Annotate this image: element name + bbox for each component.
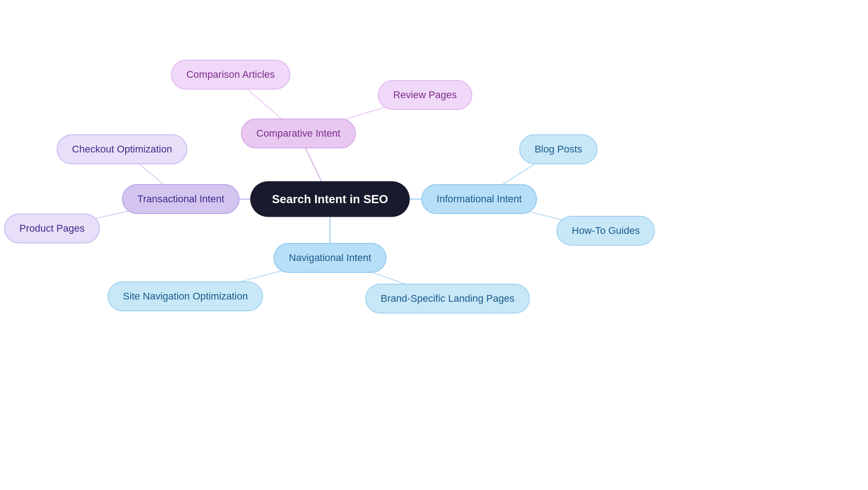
- comparison-articles-label: Comparison Articles: [186, 69, 275, 81]
- review-pages-label: Review Pages: [393, 89, 457, 101]
- navigational-label: Navigational Intent: [289, 252, 371, 264]
- site-nav-node: Site Navigation Optimization: [108, 281, 263, 311]
- brand-landing-label: Brand-Specific Landing Pages: [381, 293, 514, 304]
- informational-node: Informational Intent: [421, 184, 537, 214]
- howto-guides-label: How-To Guides: [572, 225, 640, 237]
- review-pages-node: Review Pages: [378, 80, 472, 110]
- site-nav-label: Site Navigation Optimization: [123, 290, 248, 302]
- howto-guides-node: How-To Guides: [557, 216, 655, 246]
- informational-label: Informational Intent: [437, 193, 522, 205]
- product-label: Product Pages: [19, 223, 85, 234]
- brand-landing-node: Brand-Specific Landing Pages: [365, 284, 530, 314]
- blog-posts-node: Blog Posts: [519, 134, 597, 164]
- checkout-node: Checkout Optimization: [57, 134, 187, 164]
- blog-posts-label: Blog Posts: [534, 143, 582, 155]
- comparison-articles-node: Comparison Articles: [171, 60, 290, 90]
- product-node: Product Pages: [4, 214, 100, 243]
- comparative-label: Comparative Intent: [256, 128, 340, 139]
- comparative-node: Comparative Intent: [241, 119, 356, 148]
- center-label: Search Intent in SEO: [272, 192, 388, 206]
- center-node: Search Intent in SEO: [250, 181, 410, 217]
- mindmap-container: Search Intent in SEO Transactional Inten…: [0, 0, 868, 490]
- checkout-label: Checkout Optimization: [72, 143, 172, 155]
- transactional-node: Transactional Intent: [122, 184, 240, 214]
- connections-svg: [0, 0, 868, 490]
- transactional-label: Transactional Intent: [137, 193, 224, 205]
- navigational-node: Navigational Intent: [274, 243, 387, 273]
